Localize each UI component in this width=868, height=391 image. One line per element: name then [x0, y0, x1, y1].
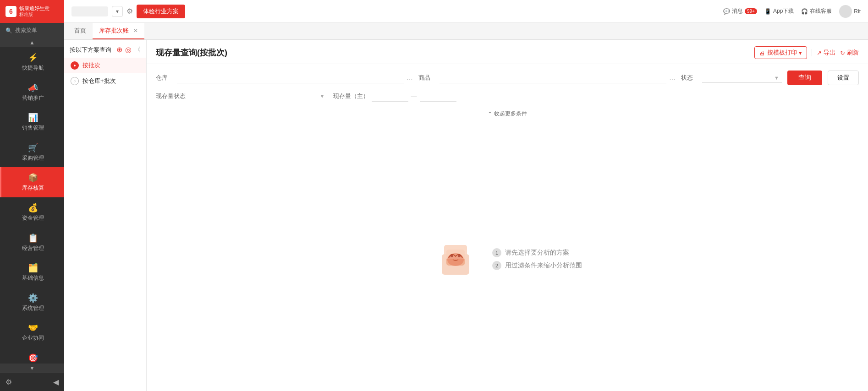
scheme-item-warehouse-batch[interactable]: ○ 按仓库+批次	[64, 73, 146, 89]
main-area: ▾ ⚙ 体验行业方案 💬 消息 99+ 📱 App下载 🎧 在线客服 Rit	[64, 0, 868, 391]
product-label: 商品	[418, 74, 437, 82]
message-icon: 💬	[723, 8, 730, 15]
search-icon: 🔍	[5, 27, 12, 34]
nav-icon-operations: 📋	[28, 233, 38, 243]
refresh-button[interactable]: ↻ 刷新	[840, 49, 859, 57]
online-service-label: 在线客服	[810, 7, 832, 15]
sidebar-item-purchase[interactable]: 🛒 采购管理	[0, 137, 64, 168]
sidebar-item-cooperation[interactable]: 🤝 企业协同	[0, 317, 64, 348]
search-label: 搜索菜单	[15, 27, 37, 34]
nav-label-operations: 经营管理	[22, 245, 44, 252]
print-button[interactable]: 🖨 按模板打印 ▾	[754, 46, 807, 59]
filter-row-1: 仓库 … 商品 … 状态 ▼	[156, 71, 859, 85]
scroll-down-button[interactable]: ▼	[0, 364, 64, 373]
sidebar-item-operations[interactable]: 📋 经营管理	[0, 228, 64, 258]
collapse-sidebar-icon[interactable]: ◀	[53, 378, 59, 386]
scheme-settings-button[interactable]: ◎	[125, 45, 132, 54]
export-label: 导出	[824, 49, 835, 57]
sidebar-item-inventory[interactable]: 📦 库存核算	[0, 167, 64, 197]
nav-icon-sales: 📊	[28, 113, 38, 123]
tab-home[interactable]: 首页	[68, 23, 93, 39]
add-scheme-button[interactable]: ⊕	[116, 45, 122, 54]
product-dots[interactable]: …	[669, 74, 676, 81]
scroll-up-button[interactable]: ▲	[0, 38, 64, 47]
topbar-gear-button[interactable]: ⚙	[126, 7, 133, 16]
status-label: 状态	[681, 74, 699, 82]
print-icon: 🖨	[759, 49, 765, 56]
stock-qty-from[interactable]	[372, 91, 408, 102]
divider	[812, 49, 812, 56]
nav-label-system: 系统管理	[22, 305, 44, 312]
stock-status-select[interactable]: ▼	[188, 92, 328, 101]
tab-inventory-batch-label: 库存批次账	[99, 27, 129, 35]
warehouse-dots[interactable]: …	[407, 74, 413, 81]
export-button[interactable]: ↗ 导出	[817, 49, 835, 57]
left-panel-header: 按以下方案查询 ⊕ ◎ 《	[64, 45, 146, 58]
svg-point-3	[447, 253, 464, 266]
setting-button[interactable]: 设置	[828, 71, 859, 85]
nav-icon-inventory: 📦	[28, 173, 38, 183]
nav-icon-quick-nav: ⚡	[28, 53, 38, 63]
tip-text: 用过滤条件来缩小分析范围	[505, 261, 582, 270]
sidebar-item-basic-info[interactable]: 🗂️ 基础信息	[0, 257, 64, 288]
nav-label-inventory: 库存核算	[22, 185, 44, 192]
nav-label-sales: 销售管理	[22, 125, 44, 132]
sidebar-item-sales[interactable]: 📊 销售管理	[0, 107, 64, 137]
page-header: 现存量查询(按批次) 🖨 按模板打印 ▾ ↗ 导出 ↻ 刷新	[147, 40, 868, 64]
nav-icon-cooperation: 🤝	[28, 323, 38, 333]
stock-status-arrow: ▼	[320, 93, 325, 99]
tab-inventory-batch[interactable]: 库存批次账 ✕	[93, 23, 144, 39]
online-service-item[interactable]: 🎧 在线客服	[801, 7, 832, 15]
product-input[interactable]	[439, 72, 666, 83]
sidebar-nav: ⚡ 快捷导航 📣 营销推广 📊 销售管理 🛒 采购管理 📦 库存核算 💰 资金管…	[0, 47, 64, 364]
nav-icon-finance: 💰	[28, 203, 38, 213]
experience-button[interactable]: 体验行业方案	[137, 5, 185, 18]
message-item[interactable]: 💬 消息 99+	[723, 7, 757, 15]
svg-point-5	[458, 255, 461, 257]
warehouse-input[interactable]	[177, 72, 404, 83]
empty-tips: 1 请先选择要分析的方案 2 用过滤条件来缩小分析范围	[492, 248, 582, 270]
stock-status-field: 现存量状态 ▼	[156, 92, 328, 101]
tab-close-icon[interactable]: ✕	[133, 27, 138, 34]
sidebar-item-marketing[interactable]: 📣 营销推广	[0, 77, 64, 108]
empty-tip-item: 1 请先选择要分析的方案	[492, 248, 582, 257]
status-select-arrow: ▼	[774, 75, 779, 81]
stock-qty-label: 现存量（主）	[333, 92, 369, 100]
nav-icon-purchase: 🛒	[28, 143, 38, 153]
avatar	[839, 5, 852, 18]
qty-dash: —	[411, 93, 417, 100]
page-header-actions: 🖨 按模板打印 ▾ ↗ 导出 ↻ 刷新	[754, 46, 859, 59]
print-dropdown-icon[interactable]: ▾	[799, 49, 802, 56]
sidebar-item-quick-nav[interactable]: ⚡ 快捷导航	[0, 47, 64, 77]
nav-label-finance: 资金管理	[22, 215, 44, 222]
dropdown-button[interactable]: ▾	[112, 6, 123, 17]
breadcrumb-input[interactable]	[71, 6, 108, 16]
print-label: 按模板打印	[767, 49, 797, 57]
message-label: 消息	[732, 7, 743, 15]
sidebar-search[interactable]: 🔍 搜索菜单	[0, 23, 64, 38]
app-download-item[interactable]: 📱 App下载	[764, 7, 794, 15]
left-panel: 按以下方案查询 ⊕ ◎ 《 ● 按批次 ○ 按仓库+批次	[64, 40, 147, 391]
sidebar-item-newbie[interactable]: 🎯 新手引导	[0, 348, 64, 364]
content-area: 按以下方案查询 ⊕ ◎ 《 ● 按批次 ○ 按仓库+批次 现存量查询(按批次)	[64, 40, 868, 391]
nav-label-basic-info: 基础信息	[22, 275, 44, 282]
nav-icon-system: ⚙️	[28, 293, 38, 303]
stock-qty-to[interactable]	[420, 91, 456, 102]
tip-number: 1	[492, 248, 501, 257]
empty-tip-item: 2 用过滤条件来缩小分析范围	[492, 261, 582, 270]
collapse-more-button[interactable]: ⌃ 收起更多条件	[156, 107, 859, 120]
sidebar-item-finance[interactable]: 💰 资金管理	[0, 197, 64, 228]
filter-row-2: 现存量状态 ▼ 现存量（主） —	[156, 91, 859, 102]
empty-illustration	[433, 236, 478, 283]
collapse-panel-button[interactable]: 《	[134, 46, 141, 54]
status-select[interactable]: ▼	[702, 73, 782, 83]
scheme-batch-label: 按批次	[82, 61, 100, 70]
user-item[interactable]: Rit	[839, 5, 861, 18]
scheme-outline-dot: ○	[71, 77, 79, 85]
query-button[interactable]: 查询	[787, 71, 822, 85]
stock-qty-field: 现存量（主） —	[333, 91, 505, 102]
scheme-item-batch[interactable]: ● 按批次	[64, 58, 146, 73]
sidebar-item-system[interactable]: ⚙️ 系统管理	[0, 288, 64, 318]
logo-icon: 6	[5, 6, 16, 17]
settings-icon[interactable]: ⚙	[5, 378, 12, 386]
